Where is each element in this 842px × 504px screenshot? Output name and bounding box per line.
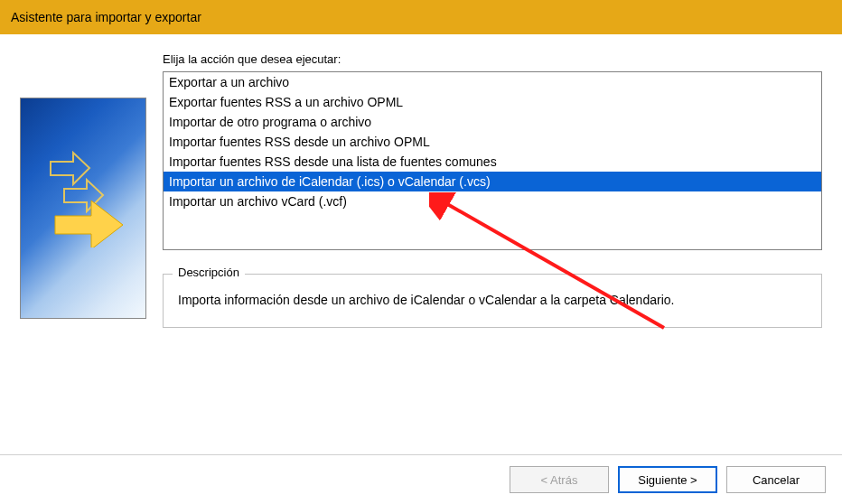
wizard-main-area: Elija la acción que desea ejecutar: Expo… (163, 52, 822, 441)
description-legend: Descripción (173, 266, 245, 279)
description-group: Descripción Importa información desde un… (163, 274, 822, 328)
action-prompt-label: Elija la acción que desea ejecutar: (163, 52, 822, 66)
wizard-button-bar: < Atrás Siguiente > Cancelar (0, 454, 842, 504)
cancel-button[interactable]: Cancelar (726, 466, 826, 493)
next-button[interactable]: Siguiente > (618, 466, 717, 493)
wizard-side-image (20, 98, 146, 319)
back-button[interactable]: < Atrás (510, 466, 609, 493)
action-list-item[interactable]: Importar un archivo vCard (.vcf) (164, 191, 821, 211)
description-text: Importa información desde un archivo de … (178, 293, 807, 307)
window-titlebar: Asistente para importar y exportar (0, 0, 842, 34)
action-list-item[interactable]: Importar fuentes RSS desde una lista de … (164, 152, 821, 172)
wizard-content: Elija la acción que desea ejecutar: Expo… (0, 34, 842, 450)
window-title: Asistente para importar y exportar (11, 10, 201, 24)
action-list-item[interactable]: Importar fuentes RSS desde un archivo OP… (164, 132, 821, 152)
action-list-item[interactable]: Exportar a un archivo (164, 72, 821, 92)
action-list-item[interactable]: Importar de otro programa o archivo (164, 112, 821, 132)
action-listbox[interactable]: Exportar a un archivoExportar fuentes RS… (163, 71, 822, 250)
arrow-graphic-icon (46, 148, 136, 247)
action-list-item[interactable]: Exportar fuentes RSS a un archivo OPML (164, 92, 821, 112)
action-list-item[interactable]: Importar un archivo de iCalendar (.ics) … (164, 172, 821, 191)
